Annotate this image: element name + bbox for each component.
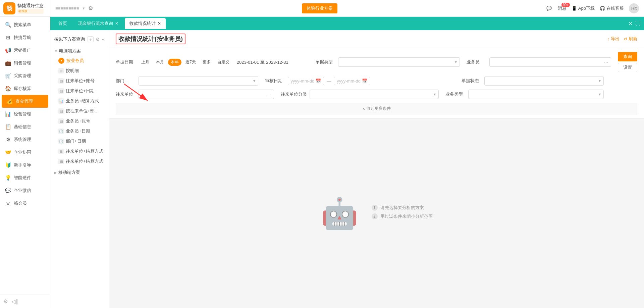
scheme-item-salesperson-payment[interactable]: 📊 业务员+结算方式 [50, 96, 109, 106]
page-header: 收款情况统计(按业务员) ↑ 导出 ↺ 刷新 [109, 30, 644, 48]
weixin-icon: 💬 [5, 188, 11, 194]
sidebar-item-weixin[interactable]: 💬 企业微信 [0, 184, 50, 197]
trial-industry-btn[interactable]: 体验行业方案 [302, 3, 337, 13]
scheme-item-unit-date[interactable]: ▤ 往来单位+日期 [50, 86, 109, 96]
salesperson-label: 业务员 [467, 59, 487, 65]
sidebar-item-sales[interactable]: 💼 销售管理 [0, 57, 50, 69]
marketing-icon: 📢 [5, 47, 11, 53]
query-btn[interactable]: 查询 [618, 52, 637, 61]
audit-date-from[interactable]: yyyy-mm-dd 📅 [288, 77, 324, 85]
tab-home[interactable]: 首页 [54, 18, 72, 29]
sidebar-item-label: 快捷导航 [14, 35, 31, 41]
tab-receipt-stats-close[interactable]: ✕ [158, 21, 161, 26]
counterparty-cat-select[interactable]: ▾ [310, 90, 439, 99]
filter-salesperson: 业务员 ··· [467, 57, 611, 67]
close-all-btn[interactable]: ✕ [628, 20, 633, 27]
tab-bank-flow-close[interactable]: ✕ [115, 21, 118, 26]
sidebar-item-guide[interactable]: 🔰 新手引导 [0, 159, 50, 171]
sidebar-item-label: 企业协同 [14, 149, 31, 155]
gear-btn[interactable]: ⚙ [88, 5, 93, 11]
mobile-group-title[interactable]: ▶ 移动端方案 [50, 168, 109, 177]
sidebar-item-hardware[interactable]: 💡 智能硬件 [0, 171, 50, 184]
refresh-btn[interactable]: ↺ 刷新 [624, 36, 637, 42]
sidebar-item-label: 企业微信 [14, 188, 31, 194]
sidebar-item-purchase[interactable]: 🛒 采购管理 [0, 69, 50, 82]
counterparty-select[interactable]: ··· [139, 90, 274, 99]
page-title: 收款情况统计(按业务员) [116, 34, 185, 44]
filter-date: 单据日期 上月 本月 本年 近7天 更多 自定义 2023- [116, 59, 309, 66]
sidebar-item-label: 新手引导 [14, 162, 31, 168]
sidebar-item-marketing[interactable]: 📢 营销推广 [0, 44, 50, 57]
unit-account-icon: ▤ [58, 78, 64, 84]
filter-area: 单据日期 上月 本月 本年 近7天 更多 自定义 2023- [109, 48, 644, 119]
sidebar-item-quicknav[interactable]: ⊞ 快捷导航 [0, 31, 50, 44]
sidebar-item-member[interactable]: V 畅会员 [0, 197, 50, 210]
scheme-item-detail[interactable]: ⊞ 按明细 [50, 66, 109, 76]
salesperson-select[interactable]: ··· [489, 57, 611, 67]
user-avatar[interactable]: Rit [629, 3, 639, 13]
scheme-item-label: 业务员+结算方式 [66, 98, 99, 104]
scheme-item-unit-account[interactable]: ▤ 往来单位+账号 [50, 76, 109, 86]
scheme-item-salesperson-account[interactable]: ▤ 业务员+账号 [50, 116, 109, 126]
collapse-bar[interactable]: ∧ 收起更多条件 [116, 103, 637, 114]
collapse-label: 收起更多条件 [367, 106, 391, 111]
biz-type-select[interactable]: ▾ [468, 90, 604, 99]
refresh-icon: ↺ [624, 37, 627, 42]
sidebar-item-search[interactable]: 🔍 搜索菜单 [0, 18, 50, 31]
date-label: 单据日期 [116, 59, 136, 65]
settings-bottom-icon[interactable]: ⚙ [3, 298, 8, 305]
dept-select[interactable]: ▾ [139, 76, 258, 86]
active-scheme-icon: ● [58, 58, 64, 64]
audit-date-to[interactable]: yyyy-mm-dd 📅 [334, 77, 370, 85]
sidebar-item-finance[interactable]: 💰 资金管理 [2, 95, 48, 108]
message-btn[interactable]: 💬 99+ 消息 [546, 5, 567, 11]
scheme-item-unit-payment1[interactable]: ⊞ 往来单位+结算方式 [50, 146, 109, 156]
sidebar-item-basic[interactable]: 📋 基础信息 [0, 120, 50, 133]
scheme-item-by-salesperson[interactable]: ● 按业务员 [50, 56, 109, 66]
date-tab-this-month[interactable]: 本月 [153, 59, 167, 66]
export-btn[interactable]: ↑ 导出 [607, 36, 620, 42]
filter-counterparty: 往来单位 ··· [116, 90, 274, 99]
header-right: 💬 99+ 消息 📱 App下载 🎧 在线客服 Rit [546, 3, 639, 13]
date-tab-7days[interactable]: 近7天 [183, 59, 199, 66]
scheme-item-unit-payment2[interactable]: ▤ 往来单位+结算方式 [50, 156, 109, 166]
voucher-type-select[interactable]: ▾ [338, 57, 460, 67]
app-download-btn[interactable]: 📱 App下载 [572, 5, 595, 11]
scheme-item-unit-dept[interactable]: ▤ 按往来单位+部门+收... [50, 106, 109, 116]
tab-bank-flow-label: 现金银行流水查询 [78, 20, 113, 27]
left-panel-title: 按以下方案查询 [54, 36, 85, 42]
tab-receipt-stats[interactable]: 收款情况统计 ✕ [125, 18, 166, 29]
sidebar-item-inventory[interactable]: 🏠 库存核算 [0, 82, 50, 95]
finance-icon: 💰 [7, 98, 13, 104]
date-separator: 至 [260, 59, 265, 65]
grid-icon: ⊞ [5, 35, 11, 41]
settings-btn[interactable]: 设置 [618, 63, 637, 72]
sidebar-item-operation[interactable]: 📊 经营管理 [0, 108, 50, 120]
online-service-btn[interactable]: 🎧 在线客服 [600, 5, 624, 11]
sidebar-item-system[interactable]: ⚙ 系统管理 [0, 133, 50, 146]
scheme-item-salesperson-date[interactable]: 🕐 业务员+日期 [50, 126, 109, 136]
date-tab-last-month[interactable]: 上月 [139, 59, 152, 66]
date-tab-this-year[interactable]: 本年 [168, 59, 181, 66]
more-dots-icon: ··· [604, 59, 608, 65]
scheme-item-label: 往来单位+日期 [66, 88, 95, 94]
audit-date-from-placeholder: yyyy-mm-dd [291, 79, 315, 84]
export-icon: ↑ [607, 37, 610, 42]
tab-bank-flow[interactable]: 现金银行流水查询 ✕ [73, 18, 123, 29]
maximize-btn[interactable]: ⛶ [635, 20, 641, 27]
collapse-sidebar-btn[interactable]: ◁∥ [11, 298, 18, 305]
salesperson-payment-icon: 📊 [58, 98, 64, 104]
tab-home-label: 首页 [58, 20, 67, 27]
date-tab-more[interactable]: 更多 [200, 59, 213, 66]
chevron-right-icon: ▶ [54, 171, 57, 174]
sidebar-item-collab[interactable]: 🤝 企业协同 [0, 146, 50, 159]
collapse-panel-btn[interactable]: « [102, 37, 105, 42]
add-scheme-btn[interactable]: + [88, 36, 94, 42]
voucher-status-select[interactable]: ▾ [484, 76, 604, 86]
date-tab-custom[interactable]: 自定义 [215, 59, 232, 66]
scheme-item-dept-date[interactable]: 🕐 部门+日期 [50, 136, 109, 146]
top-header: ■■■■■■■■■ ▾ ⚙ 体验行业方案 💬 99+ 消息 📱 App下载 🎧 … [50, 0, 644, 17]
desktop-group-title[interactable]: ▼ 电脑端方案 [50, 46, 109, 56]
scheme-settings-btn[interactable]: ⚙ [96, 37, 100, 42]
scheme-item-label: 往来单位+结算方式 [66, 158, 103, 164]
